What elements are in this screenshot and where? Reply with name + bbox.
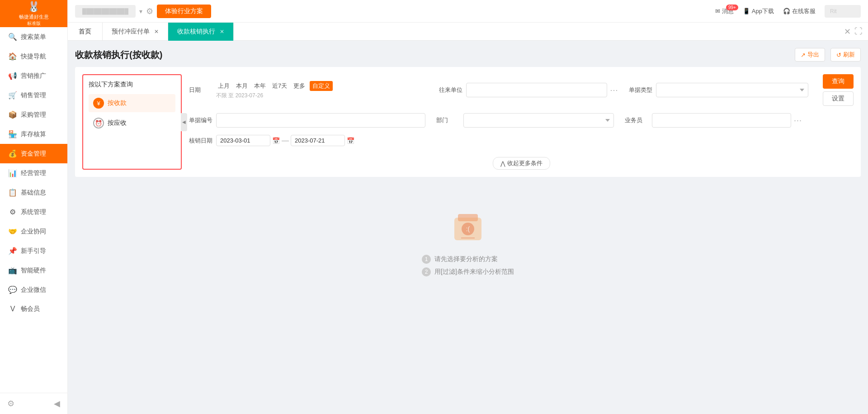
sidebar-item-sales[interactable]: 🛒 销售管理: [0, 86, 67, 105]
counterparty-label: 往来单位: [439, 86, 462, 94]
settings-button[interactable]: 设置: [823, 91, 854, 106]
sidebar-item-purchase[interactable]: 📦 采购管理: [0, 105, 67, 124]
sidebar-item-marketing[interactable]: 📢 营销推广: [0, 66, 67, 86]
tip-text-2: 用[过滤]条件来缩小分析范围: [434, 268, 514, 276]
filter-row-2: 单据编号 部门 业务员 ···: [189, 113, 854, 128]
sidebar-item-basic-info[interactable]: 📋 基础信息: [0, 183, 67, 202]
export-button[interactable]: ↗ 导出: [795, 48, 825, 62]
more-conditions-button[interactable]: ⋀ 收起更多条件: [493, 157, 550, 170]
date-link-more[interactable]: 更多: [292, 81, 307, 91]
verify-date-from-input[interactable]: [216, 135, 270, 146]
message-button[interactable]: ✉ 消息 99+: [715, 7, 734, 15]
calendar-from-icon[interactable]: 📅: [272, 137, 280, 144]
filter-field-counterparty: 往来单位 ···: [439, 83, 618, 97]
tabbar-close-icon[interactable]: ✕: [844, 27, 851, 37]
purchase-icon: 📦: [8, 110, 17, 119]
tab-home[interactable]: 首页: [68, 23, 103, 41]
filter-row-verify: 核销日期 📅 — 📅: [189, 135, 854, 146]
sidebar-item-label: 营销推广: [21, 72, 46, 80]
sidebar-collapse-icon[interactable]: ◀: [54, 399, 60, 409]
counterparty-more-icon[interactable]: ···: [610, 86, 618, 95]
logo-badge: 标准版: [27, 20, 41, 27]
query-button[interactable]: 查询: [823, 74, 854, 89]
app-download-button[interactable]: 📱 App下载: [743, 7, 774, 15]
system-icon: ⚙: [8, 208, 17, 216]
sidebar-item-label: 企业协同: [21, 228, 46, 236]
message-badge: 99+: [726, 5, 738, 10]
dept-select[interactable]: [463, 113, 613, 128]
solution-button[interactable]: 体验行业方案: [157, 5, 211, 18]
sidebar-item-inventory[interactable]: 🏪 库存核算: [0, 124, 67, 144]
sidebar-item-smart-hw[interactable]: 📺 智能硬件: [0, 261, 67, 280]
doc-type-select[interactable]: [656, 83, 808, 97]
online-service-button[interactable]: 🎧 在线客服: [783, 7, 816, 15]
sidebar-item-system[interactable]: ⚙ 系统管理: [0, 202, 67, 222]
export-icon: ↗: [801, 52, 806, 58]
tabbar: 首页 预付冲应付单 ✕ 收款核销执行 ✕ ✕ ⛶: [68, 23, 868, 41]
tip-text-1: 请先选择要分析的方案: [434, 255, 498, 263]
date-link-custom[interactable]: 自定义: [310, 81, 333, 91]
date-link-this-month[interactable]: 本月: [234, 81, 250, 91]
counterparty-input[interactable]: [466, 83, 608, 97]
empty-tip-2: 2 用[过滤]条件来缩小分析范围: [422, 267, 514, 276]
sidebar-item-label: 库存核算: [21, 130, 46, 138]
calendar-to-icon[interactable]: 📅: [347, 137, 354, 144]
sidebar-item-label: 智能硬件: [21, 266, 46, 275]
filter-row-1: 日期 上月 本月 本年 近7天 更多 自定义 不限 至 2023-07-26: [189, 74, 854, 106]
topbar-gear-icon[interactable]: ⚙: [146, 6, 153, 16]
prepay-tab-label: 预付冲应付单: [112, 28, 150, 36]
doc-number-input[interactable]: [216, 113, 425, 128]
operations-icon: 📊: [8, 169, 17, 177]
topbar-chevron-icon[interactable]: ▾: [139, 8, 142, 15]
counterparty-value: ···: [466, 83, 618, 97]
sidebar-item-label: 快捷导航: [21, 52, 46, 61]
date-link-last-month[interactable]: 上月: [216, 81, 231, 91]
verify-date-label: 核销日期: [189, 137, 212, 145]
tabbar-expand-icon[interactable]: ⛶: [854, 27, 863, 36]
refresh-button[interactable]: ↺ 刷新: [830, 48, 861, 62]
date-shortcuts: 上月 本月 本年 近7天 更多 自定义: [216, 81, 333, 91]
sidebar-item-label: 新手引导: [21, 247, 46, 255]
sidebar-item-quick-nav[interactable]: 🏠 快捷导航: [0, 47, 67, 66]
sidebar-item-corp-collab[interactable]: 🤝 企业协同: [0, 222, 67, 241]
sidebar-item-member[interactable]: V 畅会员: [0, 300, 67, 319]
logo-icon: 🐰: [28, 1, 40, 13]
verify-date-to-input[interactable]: [291, 135, 345, 146]
staff-more-icon[interactable]: ···: [794, 116, 802, 125]
filter-panel: 按以下方案查询 ¥ 按收款 ⏰ 按应收 ◀ 日期: [75, 67, 861, 177]
sidebar-item-wx-work[interactable]: 💬 企业微信: [0, 280, 67, 300]
date-link-7days[interactable]: 近7天: [270, 81, 289, 91]
more-conditions-label: 收起更多条件: [507, 159, 542, 167]
sidebar-item-label: 经营管理: [21, 169, 46, 177]
date-field-value: 上月 本月 本年 近7天 更多 自定义 不限 至 2023-07-26: [216, 81, 428, 100]
empty-tips: 1 请先选择要分析的方案 2 用[过滤]条件来缩小分析范围: [422, 255, 514, 276]
service-icon: 🎧: [783, 8, 790, 14]
inventory-icon: 🏪: [8, 130, 17, 138]
marketing-icon: 📢: [8, 71, 17, 80]
user-profile[interactable]: Rit: [825, 5, 861, 18]
staff-value: ···: [652, 113, 802, 128]
tab-receipt-verify[interactable]: 收款核销执行 ✕: [168, 23, 234, 41]
date-link-this-year[interactable]: 本年: [252, 81, 268, 91]
filter-option-by-receipt[interactable]: ¥ 按收款: [89, 94, 175, 112]
filter-left-collapse-btn[interactable]: ◀: [181, 113, 187, 131]
sidebar-item-finance[interactable]: 💰 资金管理: [0, 144, 67, 163]
filter-option-by-receivable[interactable]: ⏰ 按应收: [89, 114, 175, 132]
tab-prepay[interactable]: 预付冲应付单 ✕: [103, 23, 168, 41]
sidebar-item-operations[interactable]: 📊 经营管理: [0, 163, 67, 183]
svg-text::(: :(: [466, 225, 470, 233]
staff-input[interactable]: [652, 113, 791, 128]
sidebar-logo: 🐰 畅捷通好生意 标准版: [0, 0, 67, 27]
sidebar-item-search-menu[interactable]: 🔍 搜索菜单: [0, 27, 67, 47]
page-title-bar: 收款核销执行(按收款) ↗ 导出 ↺ 刷新: [75, 48, 861, 62]
receipt-verify-tab-label: 收款核销执行: [177, 28, 215, 36]
sidebar-item-label: 系统管理: [21, 208, 46, 216]
tip-num-1: 1: [422, 255, 431, 264]
chevron-up-icon: ⋀: [500, 160, 505, 167]
home-tab-label: 首页: [79, 28, 91, 36]
action-buttons: 查询 设置: [823, 74, 854, 106]
settings-icon[interactable]: ⚙: [7, 399, 14, 409]
prepay-tab-close-icon[interactable]: ✕: [154, 29, 159, 35]
receipt-verify-tab-close-icon[interactable]: ✕: [220, 29, 224, 35]
sidebar-item-newbie[interactable]: 📌 新手引导: [0, 241, 67, 261]
